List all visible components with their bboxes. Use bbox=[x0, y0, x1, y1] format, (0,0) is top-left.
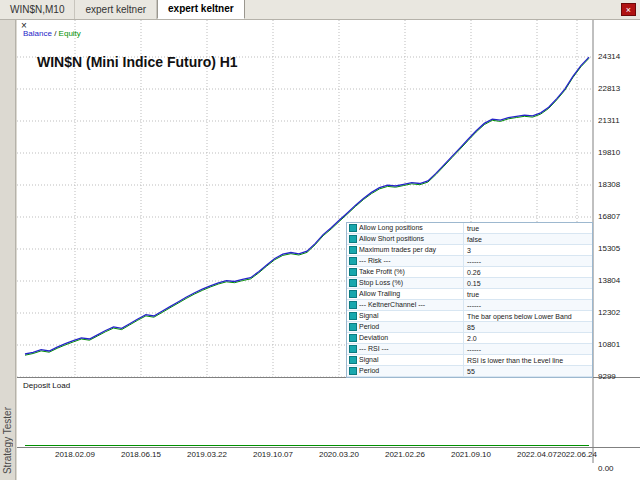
tab-bar: WIN$N,M10 expert keltner expert keltner … bbox=[0, 0, 640, 20]
input-param-icon bbox=[349, 290, 357, 298]
input-param-icon bbox=[349, 345, 357, 353]
input-name: --- Risk --- bbox=[359, 256, 464, 266]
input-param-icon bbox=[349, 367, 357, 375]
input-row: Take Profit (%)0.26 bbox=[347, 267, 592, 278]
input-row: Deviation2.0 bbox=[347, 333, 592, 344]
input-param-icon bbox=[349, 224, 357, 232]
input-value: 3 bbox=[464, 246, 592, 255]
input-name: Take Profit (%) bbox=[359, 267, 464, 277]
x-tick-label: 2019.10.07 bbox=[243, 450, 303, 459]
legend-equity: Equity bbox=[59, 29, 81, 38]
input-value: ------ bbox=[464, 257, 592, 266]
input-row: Maximum trades per day3 bbox=[347, 245, 592, 256]
input-row: Allow Long positionstrue bbox=[347, 223, 592, 234]
input-name: Signal bbox=[359, 355, 464, 365]
input-value: The bar opens below Lower Band bbox=[464, 312, 592, 321]
x-tick-label: 2018.02.09 bbox=[45, 450, 105, 459]
input-row: Period85 bbox=[347, 322, 592, 333]
input-value: true bbox=[464, 224, 592, 233]
input-name: Maximum trades per day bbox=[359, 245, 464, 255]
input-param-icon bbox=[349, 312, 357, 320]
input-name: Allow Long positions bbox=[359, 223, 464, 233]
backtest-chart-panel[interactable]: × Balance / Equity WIN$N (Mini Indice Fu… bbox=[17, 20, 640, 480]
input-value: true bbox=[464, 290, 592, 299]
y-tick-label: 21311 bbox=[598, 116, 620, 125]
input-param-icon bbox=[349, 279, 357, 287]
input-name: Signal bbox=[359, 311, 464, 321]
tab-chart-winsn-m10[interactable]: WIN$N,M10 bbox=[0, 0, 75, 19]
tab-label: expert keltner bbox=[85, 4, 146, 15]
legend-balance: Balance bbox=[23, 29, 52, 38]
close-button[interactable]: × bbox=[621, 3, 636, 16]
input-row: Period55 bbox=[347, 366, 592, 377]
input-param-icon bbox=[349, 246, 357, 254]
input-value: false bbox=[464, 235, 592, 244]
input-param-icon bbox=[349, 235, 357, 243]
input-value: ------ bbox=[464, 345, 592, 354]
chart-title: WIN$N (Mini Indice Futuro) H1 bbox=[37, 54, 238, 70]
deposit-load-label: Deposit Load bbox=[23, 381, 70, 390]
y-tick-label: 22813 bbox=[598, 84, 620, 93]
input-row: SignalRSI is lower than the Level line bbox=[347, 355, 592, 366]
strategy-tester-side-strip: Strategy Tester bbox=[0, 20, 16, 480]
input-param-icon bbox=[349, 268, 357, 276]
strategy-tester-vertical-label: Strategy Tester bbox=[2, 407, 13, 474]
x-tick-label: 2018.06.15 bbox=[111, 450, 171, 459]
legend-separator: / bbox=[52, 29, 59, 38]
y-tick-label: 12302 bbox=[598, 308, 620, 317]
y-tick-label: 18308 bbox=[598, 180, 620, 189]
input-param-icon bbox=[349, 257, 357, 265]
deposit-axis-zero-label: 0.00 bbox=[598, 464, 614, 473]
inputs-overlay: Allow Long positionstrueAllow Short posi… bbox=[346, 222, 593, 378]
input-row: --- Risk --------- bbox=[347, 256, 592, 267]
input-name: --- RSI --- bbox=[359, 344, 464, 354]
input-param-icon bbox=[349, 323, 357, 331]
input-name: Deviation bbox=[359, 333, 464, 343]
tab-expert-keltner-2-active[interactable]: expert keltner bbox=[157, 0, 245, 19]
input-value: 85 bbox=[464, 323, 592, 332]
input-row: SignalThe bar opens below Lower Band bbox=[347, 311, 592, 322]
y-tick-label: 10801 bbox=[598, 340, 620, 349]
tab-label: WIN$N,M10 bbox=[10, 4, 64, 15]
input-name: Allow Short positions bbox=[359, 234, 464, 244]
y-tick-label: 24314 bbox=[598, 52, 620, 61]
input-row: --- KeltnerChannel --------- bbox=[347, 300, 592, 311]
input-row: Stop Loss (%)0.15 bbox=[347, 278, 592, 289]
x-tick-label: 2020.03.20 bbox=[309, 450, 369, 459]
input-row: Allow Short positionsfalse bbox=[347, 234, 592, 245]
input-value: 55 bbox=[464, 367, 592, 376]
x-tick-label: 2022.06.24 bbox=[547, 450, 607, 459]
y-tick-label: 16807 bbox=[598, 212, 620, 221]
input-row: Level49 bbox=[347, 377, 592, 378]
tab-expert-keltner-1[interactable]: expert keltner bbox=[75, 0, 157, 19]
input-row: Allow Trailingtrue bbox=[347, 289, 592, 300]
x-tick-label: 2019.03.22 bbox=[177, 450, 237, 459]
input-value: 0.26 bbox=[464, 268, 592, 277]
x-tick-label: 2021.09.10 bbox=[441, 450, 501, 459]
input-param-icon bbox=[349, 334, 357, 342]
y-tick-label: 9299 bbox=[598, 372, 616, 381]
y-tick-label: 19810 bbox=[598, 148, 620, 157]
chart-legend: Balance / Equity bbox=[23, 29, 81, 38]
input-name: Stop Loss (%) bbox=[359, 278, 464, 288]
input-value: 49 bbox=[464, 378, 592, 379]
y-tick-label: 13804 bbox=[598, 276, 620, 285]
input-param-icon bbox=[349, 301, 357, 309]
input-name: Allow Trailing bbox=[359, 289, 464, 299]
input-value: ------ bbox=[464, 301, 592, 310]
input-name: --- KeltnerChannel --- bbox=[359, 300, 464, 310]
tab-label: expert keltner bbox=[168, 3, 234, 14]
input-name: Level bbox=[359, 377, 464, 378]
input-value: 0.15 bbox=[464, 279, 592, 288]
input-row: --- RSI --------- bbox=[347, 344, 592, 355]
input-value: RSI is lower than the Level line bbox=[464, 356, 592, 365]
x-tick-label: 2021.02.26 bbox=[375, 450, 435, 459]
input-name: Period bbox=[359, 322, 464, 332]
y-tick-label: 15305 bbox=[598, 244, 620, 253]
input-param-icon bbox=[349, 356, 357, 364]
input-name: Period bbox=[359, 366, 464, 376]
input-value: 2.0 bbox=[464, 334, 592, 343]
